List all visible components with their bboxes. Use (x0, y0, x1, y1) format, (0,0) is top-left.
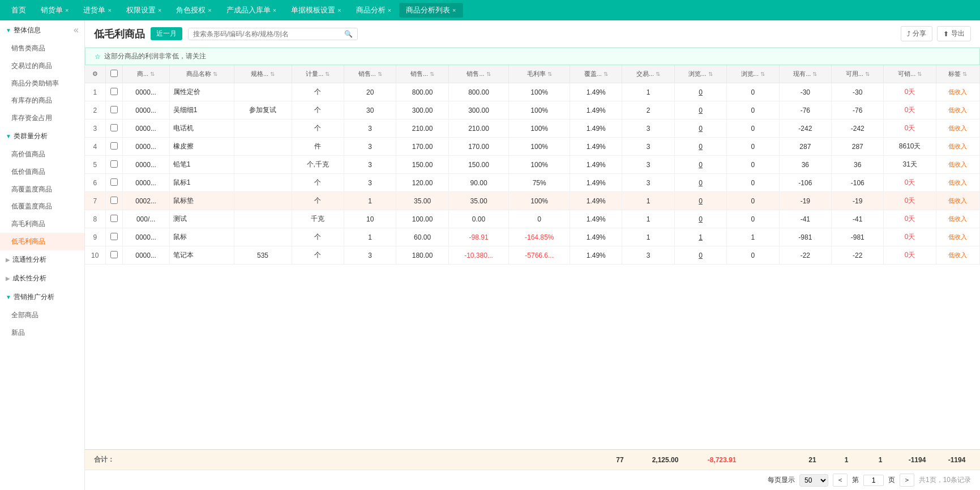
page-size-select[interactable]: 50 100 200 (799, 474, 828, 487)
row-checkbox[interactable] (110, 88, 118, 95)
row-name[interactable]: 笔记本 (169, 246, 234, 265)
sidebar-item-low-margin[interactable]: 低毛利商品 (0, 233, 84, 250)
row-name[interactable]: 铅笔1 (169, 156, 234, 174)
nav-close-roles[interactable]: × (208, 7, 211, 14)
col-sales-price[interactable]: 销售... ⇅ (396, 65, 448, 83)
row-browse1[interactable]: 0 (674, 174, 726, 192)
nav-close-sales[interactable]: × (65, 7, 69, 14)
nav-item-template[interactable]: 单据模板设置 × (284, 3, 348, 18)
nav-close-product-analysis-list[interactable]: × (452, 7, 456, 14)
row-checkbox-cell[interactable] (105, 138, 122, 156)
row-checkbox[interactable] (110, 215, 118, 222)
row-name[interactable]: 鼠标垫 (169, 192, 234, 210)
col-browse1[interactable]: 浏览... ⇅ (674, 65, 726, 83)
col-tag[interactable]: 标签 ⇅ (936, 65, 979, 83)
col-transaction[interactable]: 交易... ⇅ (622, 65, 674, 83)
sidebar-item-low-value[interactable]: 低价值商品 (0, 163, 84, 181)
row-name[interactable]: 测试 (169, 210, 234, 228)
col-current[interactable]: 现有... ⇅ (779, 65, 831, 83)
row-browse1[interactable]: 0 (674, 101, 726, 120)
col-sellable[interactable]: 可销... ⇅ (884, 65, 936, 83)
export-button[interactable]: ⬆ 导出 (937, 26, 971, 41)
col-gross-rate[interactable]: 毛利率 ⇅ (509, 65, 570, 83)
row-browse1[interactable]: 0 (674, 138, 726, 156)
date-filter-button[interactable]: 近一月 (151, 27, 182, 40)
page-number-input[interactable] (863, 475, 884, 486)
col-checkbox[interactable] (105, 65, 122, 83)
col-coverage[interactable]: 覆盖... ⇅ (570, 65, 622, 83)
row-checkbox[interactable] (110, 106, 118, 113)
row-checkbox-cell[interactable] (105, 101, 122, 120)
nav-item-permissions[interactable]: 权限设置 × (119, 3, 168, 18)
sidebar-item-inventory-products[interactable]: 有库存的商品 (0, 92, 84, 109)
row-checkbox-cell[interactable] (105, 120, 122, 138)
row-name[interactable]: 鼠标1 (169, 174, 234, 192)
row-checkbox-cell[interactable] (105, 192, 122, 210)
col-name[interactable]: 商品名称 ⇅ (169, 65, 234, 83)
row-browse1[interactable]: 0 (674, 246, 726, 265)
sidebar-group-header-growth[interactable]: ▶ 成长性分析 (0, 269, 84, 288)
row-browse1[interactable]: 0 (674, 83, 726, 101)
nav-item-home[interactable]: 首页 (5, 3, 33, 18)
sidebar-item-sales-products[interactable]: 销售类商品 (0, 40, 84, 57)
col-browse2[interactable]: 浏览... ⇅ (727, 65, 779, 83)
row-checkbox[interactable] (110, 251, 118, 258)
nav-close-purchase[interactable]: × (108, 7, 111, 14)
nav-close-permissions[interactable]: × (158, 7, 161, 14)
sidebar-item-high-value[interactable]: 高价值商品 (0, 146, 84, 163)
nav-item-purchase[interactable]: 进货单 × (76, 3, 118, 18)
prev-page-button[interactable]: ＜ (833, 474, 848, 487)
sidebar-group-header-marketing[interactable]: ▼ 营销推广分析 (0, 288, 84, 306)
sidebar-group-header-cluster[interactable]: ▼ 类群量分析 (0, 127, 84, 146)
row-checkbox-cell[interactable] (105, 174, 122, 192)
search-input[interactable] (193, 30, 341, 38)
row-browse1[interactable]: 0 (674, 120, 726, 138)
row-browse1[interactable]: 0 (674, 210, 726, 228)
select-all-checkbox[interactable] (110, 70, 118, 77)
search-icon[interactable]: 🔍 (344, 30, 353, 38)
col-unit[interactable]: 计量... ⇅ (292, 65, 344, 83)
row-checkbox[interactable] (110, 142, 118, 150)
sidebar-item-high-margin[interactable]: 高毛利商品 (0, 215, 84, 233)
col-sales-amount[interactable]: 销售... ⇅ (448, 65, 509, 83)
row-checkbox-cell[interactable] (105, 228, 122, 246)
col-code[interactable]: 商... ⇅ (122, 65, 169, 83)
row-checkbox[interactable] (110, 160, 118, 168)
row-browse1[interactable]: 0 (674, 156, 726, 174)
row-checkbox-cell[interactable] (105, 83, 122, 101)
nav-close-template[interactable]: × (337, 7, 341, 14)
row-browse1[interactable]: 1 (674, 228, 726, 246)
col-spec[interactable]: 规格... ⇅ (234, 65, 292, 83)
nav-item-product-analysis-list[interactable]: 商品分析列表 × (399, 3, 463, 18)
sidebar-item-new-products[interactable]: 新品 (0, 324, 84, 342)
sidebar-item-high-coverage[interactable]: 高覆盖度商品 (0, 181, 84, 198)
col-sales-qty[interactable]: 销售... ⇅ (344, 65, 396, 83)
row-checkbox[interactable] (110, 197, 118, 204)
row-name[interactable]: 电话机 (169, 120, 234, 138)
next-page-button[interactable]: ＞ (900, 474, 914, 487)
row-checkbox[interactable] (110, 178, 118, 186)
row-name[interactable]: 橡皮擦 (169, 138, 234, 156)
sidebar-item-low-coverage[interactable]: 低覆盖度商品 (0, 198, 84, 215)
sidebar-group-header-overall[interactable]: ▼ 整体信息 « (0, 20, 84, 40)
nav-close-product-entry[interactable]: × (273, 7, 276, 14)
nav-close-product-analysis[interactable]: × (388, 7, 391, 14)
sidebar-group-header-liquidity[interactable]: ▶ 流通性分析 (0, 250, 84, 269)
nav-item-product-entry[interactable]: 产成品入库单 × (220, 3, 283, 18)
row-checkbox[interactable] (110, 124, 118, 131)
sidebar-item-category-sales-rate[interactable]: 商品分类助销率 (0, 75, 84, 92)
row-name[interactable]: 属性定价 (169, 83, 234, 101)
row-checkbox-cell[interactable] (105, 210, 122, 228)
row-checkbox-cell[interactable] (105, 156, 122, 174)
share-button[interactable]: ⤴ 分享 (901, 26, 932, 41)
nav-item-product-analysis[interactable]: 商品分析 × (349, 3, 398, 18)
sidebar-item-all-products[interactable]: 全部商品 (0, 306, 84, 324)
row-name[interactable]: 鼠标 (169, 228, 234, 246)
sidebar-item-inventory-capital[interactable]: 库存资金占用 (0, 109, 84, 127)
col-settings[interactable]: ⚙ (85, 65, 105, 83)
row-checkbox-cell[interactable] (105, 246, 122, 265)
nav-item-roles[interactable]: 角色授权 × (169, 3, 218, 18)
row-browse1[interactable]: 0 (674, 192, 726, 210)
row-name[interactable]: 吴细细1 (169, 101, 234, 120)
sidebar-item-traded-products[interactable]: 交易过的商品 (0, 57, 84, 75)
